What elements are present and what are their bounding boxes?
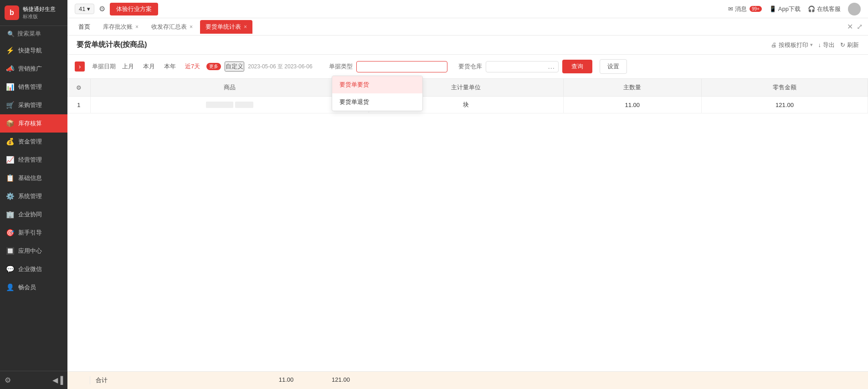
sidebar-search[interactable]: 🔍 搜索菜单: [0, 26, 67, 41]
sidebar-item-wechat[interactable]: 💬 企业微信: [0, 260, 67, 278]
tab-home[interactable]: 首页: [73, 20, 96, 34]
sidebar-item-label: 系统管理: [18, 192, 42, 200]
store-selector[interactable]: 41 ▾: [75, 4, 94, 14]
maximize-icon[interactable]: ⤢: [857, 22, 863, 31]
apps-icon: 🔲: [5, 246, 15, 256]
settings-bottom-icon[interactable]: ⚙: [5, 376, 11, 384]
sidebar-item-label: 快捷导航: [18, 46, 42, 55]
search-label: 搜索菜单: [17, 30, 41, 38]
tab-bar: 首页 库存批次账 × 收发存汇总表 × 要货单统计表 × ✕ ⤢: [67, 18, 868, 36]
logo-sub: 标准版: [23, 13, 56, 20]
close-inventory-batch-icon[interactable]: ×: [135, 24, 139, 30]
last-7-days-btn[interactable]: 近7天: [182, 61, 203, 72]
table-container: ⚙ 商品 主计量单位 主数量 零售金额 1: [67, 79, 868, 371]
sidebar-nav: ⚡ 快捷导航 📣 营销推广 📊 销售管理 🛒 采购管理 📦 库存核算 💰 资金管…: [0, 41, 67, 371]
sidebar-item-sales[interactable]: 📊 销售管理: [0, 78, 67, 96]
more-dates-badge[interactable]: 更多: [206, 63, 221, 70]
store-number: 41: [79, 5, 85, 12]
page-header: 要货单统计表(按商品) 🖨 按模板打印 ▾ ↓ 导出 ↻ 刷新: [67, 36, 868, 55]
refresh-button[interactable]: ↻ 刷新: [840, 41, 859, 49]
trial-button[interactable]: 体验行业方案: [110, 3, 158, 15]
wechat-icon: 💬: [5, 265, 15, 274]
sidebar-item-marketing[interactable]: 📣 营销推广: [0, 60, 67, 78]
tab-receive-summary-label: 收发存汇总表: [151, 23, 187, 31]
main-area: 41 ▾ ⚙ 体验行业方案 ✉ 消息 99+ 📱 App下载 🎧 在线客服: [67, 0, 868, 389]
sidebar-item-inventory[interactable]: 📦 库存核算: [0, 114, 67, 133]
sidebar-item-basic[interactable]: 📋 基础信息: [0, 169, 67, 187]
qty-cell: 11.00: [563, 97, 701, 113]
topbar-settings-icon[interactable]: ⚙: [99, 5, 105, 13]
export-label: 导出: [823, 41, 835, 49]
tab-inventory-batch-label: 库存批次账: [103, 23, 133, 31]
collapse-icon[interactable]: ◀▐: [52, 376, 63, 384]
sidebar-item-system[interactable]: ⚙️ 系统管理: [0, 187, 67, 205]
custom-date-btn[interactable]: 自定义: [225, 61, 244, 72]
type-input[interactable]: [356, 61, 447, 72]
messages-label: 消息: [735, 5, 747, 13]
messages-item[interactable]: ✉ 消息 99+: [728, 5, 762, 13]
data-table: ⚙ 商品 主计量单位 主数量 零售金额 1: [67, 79, 868, 113]
tab-receive-summary[interactable]: 收发存汇总表 ×: [146, 20, 198, 34]
sidebar: b 畅捷通好生意 标准版 🔍 搜索菜单 ⚡ 快捷导航 📣 营销推广 📊 销售管理…: [0, 0, 67, 389]
close-all-icon[interactable]: ✕: [847, 22, 853, 31]
logo-name: 畅捷通好生意: [23, 6, 56, 13]
dropdown-item-label: 要货单退货: [339, 98, 369, 105]
close-receive-summary-icon[interactable]: ×: [190, 24, 193, 30]
last-month-btn[interactable]: 上月: [119, 61, 137, 72]
table-row: 1 块 11.00 121.00: [67, 97, 868, 113]
footer-qty: 11.00: [259, 376, 313, 384]
tab-order-summary[interactable]: 要货单统计表 ×: [200, 20, 252, 34]
sidebar-item-guide[interactable]: 🎯 新手引导: [0, 224, 67, 242]
product-placeholder-2: [235, 102, 253, 108]
dropdown-item-1[interactable]: 要货单退货: [332, 93, 422, 111]
member-icon: 👤: [5, 283, 15, 292]
footer-label: 合计: [90, 376, 204, 384]
sidebar-item-finance[interactable]: 💰 资金管理: [0, 133, 67, 151]
query-button[interactable]: 查询: [562, 60, 592, 73]
column-settings-th[interactable]: ⚙: [67, 79, 90, 97]
dropdown-arrow-icon: ▾: [87, 5, 90, 12]
tab-inventory-batch[interactable]: 库存批次账 ×: [98, 20, 144, 34]
quick-nav-icon: ⚡: [5, 46, 15, 55]
search-icon: 🔍: [7, 31, 15, 37]
operations-icon: 📈: [5, 155, 15, 164]
tab-order-summary-label: 要货单统计表: [205, 23, 241, 31]
logo-letter: b: [10, 9, 14, 17]
warehouse-more-icon[interactable]: …: [548, 62, 555, 71]
user-avatar[interactable]: [848, 3, 861, 15]
online-service-item[interactable]: 🎧 在线客服: [808, 5, 841, 13]
product-cell: [90, 97, 369, 113]
table-footer: 合计 11.00 121.00: [67, 371, 868, 389]
guide-icon: 🎯: [5, 228, 15, 237]
warehouse-label: 要货仓库: [458, 62, 482, 71]
sidebar-item-enterprise[interactable]: 🏢 企业协同: [0, 205, 67, 224]
tab-home-label: 首页: [78, 23, 90, 31]
sidebar-item-apps[interactable]: 🔲 应用中心: [0, 242, 67, 260]
sidebar-item-quick-nav[interactable]: ⚡ 快捷导航: [0, 41, 67, 60]
app-download-item[interactable]: 📱 App下载: [769, 5, 801, 13]
finance-icon: 💰: [5, 137, 15, 146]
export-button[interactable]: ↓ 导出: [818, 41, 835, 49]
basic-icon: 📋: [5, 174, 15, 183]
product-placeholder-1: [206, 102, 233, 108]
sidebar-item-purchase[interactable]: 🛒 采购管理: [0, 96, 67, 114]
phone-icon: 📱: [769, 5, 776, 12]
top-bar: 41 ▾ ⚙ 体验行业方案 ✉ 消息 99+ 📱 App下载 🎧 在线客服: [67, 0, 868, 18]
dropdown-item-0[interactable]: 要货单要货: [332, 76, 422, 93]
sidebar-item-operations[interactable]: 📈 经营管理: [0, 151, 67, 169]
sidebar-item-label: 经营管理: [18, 156, 42, 164]
this-year-btn[interactable]: 本年: [161, 61, 179, 72]
sidebar-item-label: 营销推广: [18, 65, 42, 73]
printer-icon: 🖨: [771, 41, 777, 48]
sidebar-item-member[interactable]: 👤 畅会员: [0, 278, 67, 297]
purchase-icon: 🛒: [5, 101, 15, 110]
footer-unit: [204, 376, 259, 384]
close-order-summary-icon[interactable]: ×: [244, 24, 247, 30]
print-chevron-icon: ▾: [810, 42, 813, 48]
filter-toggle-button[interactable]: ›: [75, 61, 85, 72]
print-button[interactable]: 🖨 按模板打印 ▾: [771, 41, 813, 49]
this-month-btn[interactable]: 本月: [140, 61, 158, 72]
sidebar-item-label: 基础信息: [18, 174, 42, 182]
filter-settings-button[interactable]: 设置: [600, 59, 627, 74]
topbar-left: 41 ▾ ⚙ 体验行业方案: [75, 3, 158, 15]
